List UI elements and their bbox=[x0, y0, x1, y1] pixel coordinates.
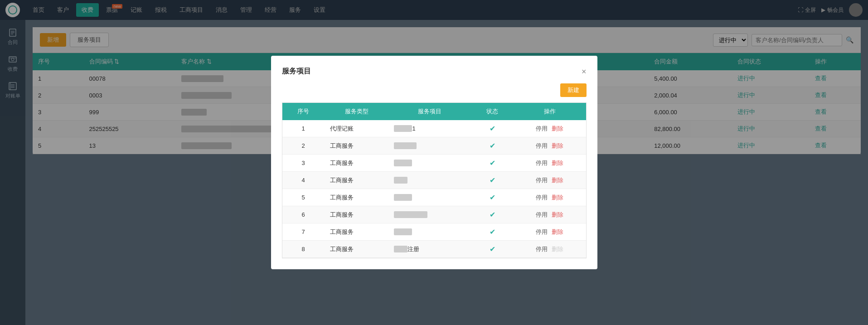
modal-row-status: ✔ bbox=[471, 172, 514, 189]
list-item: 1 代理记账 ████1 ✔ 停用 删除 bbox=[282, 120, 586, 137]
modal-row-status: ✔ bbox=[471, 137, 514, 155]
modal-row-action: 停用 删除 bbox=[514, 172, 586, 189]
modal-table-wrap: 序号 服务类型 服务项目 状态 操作 1 代理记账 ████1 ✔ 停用 bbox=[282, 102, 587, 258]
modal-col-seq: 序号 bbox=[282, 103, 325, 120]
modal-row-seq: 4 bbox=[282, 172, 325, 189]
modal-row-type: 代理记账 bbox=[325, 120, 389, 137]
modal-row-seq: 8 bbox=[282, 241, 325, 258]
modal-row-type: 工商服务 bbox=[325, 223, 389, 241]
stop-button[interactable]: 停用 bbox=[536, 142, 548, 149]
delete-button[interactable]: 删除 bbox=[552, 211, 563, 218]
modal-row-type: 工商服务 bbox=[325, 189, 389, 206]
modal-row-item: ███ bbox=[388, 172, 471, 189]
modal-row-seq: 3 bbox=[282, 155, 325, 172]
modal-row-status: ✔ bbox=[471, 155, 514, 172]
delete-button[interactable]: 删除 bbox=[552, 142, 563, 149]
stop-button[interactable]: 停用 bbox=[536, 160, 548, 166]
modal-row-item: ████ bbox=[388, 223, 471, 241]
modal-row-action: 停用 删除 bbox=[514, 223, 586, 241]
modal-col-action: 操作 bbox=[514, 103, 586, 120]
modal-row-type: 工商服务 bbox=[325, 137, 389, 155]
delete-button[interactable]: 删除 bbox=[552, 194, 563, 201]
modal-row-action: 停用 删除 bbox=[514, 241, 586, 258]
modal-row-item: ████ bbox=[388, 189, 471, 206]
modal-row-seq: 5 bbox=[282, 189, 325, 206]
service-items-modal: 服务项目 × 新建 序号 服务类型 服务项目 状态 操作 bbox=[271, 56, 597, 269]
modal-title: 服务项目 bbox=[282, 67, 311, 76]
list-item: 5 工商服务 ████ ✔ 停用 删除 bbox=[282, 189, 586, 206]
stop-button[interactable]: 停用 bbox=[536, 246, 548, 252]
modal-header: 服务项目 × bbox=[282, 67, 587, 76]
modal-col-type: 服务类型 bbox=[325, 103, 389, 120]
modal-toolbar: 新建 bbox=[282, 83, 587, 97]
modal-row-status: ✔ bbox=[471, 206, 514, 223]
modal-row-status: ✔ bbox=[471, 189, 514, 206]
modal-row-item: ████████ bbox=[388, 206, 471, 223]
modal-row-action: 停用 删除 bbox=[514, 155, 586, 172]
stop-button[interactable]: 停用 bbox=[536, 194, 548, 201]
modal-row-status: ✔ bbox=[471, 120, 514, 137]
delete-button[interactable]: 删除 bbox=[552, 228, 563, 235]
modal-row-seq: 6 bbox=[282, 206, 325, 223]
list-item: 8 工商服务 ███注册 ✔ 停用 删除 bbox=[282, 241, 586, 258]
list-item: 6 工商服务 ████████ ✔ 停用 删除 bbox=[282, 206, 586, 223]
modal-row-type: 工商服务 bbox=[325, 172, 389, 189]
modal-row-action: 停用 删除 bbox=[514, 189, 586, 206]
stop-button[interactable]: 停用 bbox=[536, 125, 548, 132]
list-item: 2 工商服务 █████ ✔ 停用 删除 bbox=[282, 137, 586, 155]
delete-button[interactable]: 删除 bbox=[552, 177, 563, 184]
service-items-table: 序号 服务类型 服务项目 状态 操作 1 代理记账 ████1 ✔ 停用 bbox=[282, 103, 586, 258]
modal-overlay[interactable]: 服务项目 × 新建 序号 服务类型 服务项目 状态 操作 bbox=[0, 0, 868, 325]
modal-new-button[interactable]: 新建 bbox=[560, 83, 587, 97]
modal-close-button[interactable]: × bbox=[582, 68, 587, 76]
stop-button[interactable]: 停用 bbox=[536, 228, 548, 235]
modal-row-item: ████1 bbox=[388, 120, 471, 137]
stop-button[interactable]: 停用 bbox=[536, 211, 548, 218]
modal-col-item: 服务项目 bbox=[388, 103, 471, 120]
modal-row-action: 停用 删除 bbox=[514, 137, 586, 155]
modal-row-item: ███注册 bbox=[388, 241, 471, 258]
modal-row-item: █████ bbox=[388, 137, 471, 155]
stop-button[interactable]: 停用 bbox=[536, 177, 548, 184]
modal-row-type: 工商服务 bbox=[325, 206, 389, 223]
delete-button[interactable]: 删除 bbox=[552, 246, 563, 252]
list-item: 7 工商服务 ████ ✔ 停用 删除 bbox=[282, 223, 586, 241]
list-item: 3 工商服务 ████ ✔ 停用 删除 bbox=[282, 155, 586, 172]
modal-row-seq: 1 bbox=[282, 120, 325, 137]
modal-row-status: ✔ bbox=[471, 241, 514, 258]
delete-button[interactable]: 删除 bbox=[552, 125, 563, 132]
modal-row-seq: 7 bbox=[282, 223, 325, 241]
list-item: 4 工商服务 ███ ✔ 停用 删除 bbox=[282, 172, 586, 189]
modal-row-type: 工商服务 bbox=[325, 241, 389, 258]
modal-row-status: ✔ bbox=[471, 223, 514, 241]
modal-row-seq: 2 bbox=[282, 137, 325, 155]
modal-col-status: 状态 bbox=[471, 103, 514, 120]
modal-row-type: 工商服务 bbox=[325, 155, 389, 172]
modal-row-item: ████ bbox=[388, 155, 471, 172]
delete-button[interactable]: 删除 bbox=[552, 160, 563, 166]
modal-row-action: 停用 删除 bbox=[514, 120, 586, 137]
modal-row-action: 停用 删除 bbox=[514, 206, 586, 223]
